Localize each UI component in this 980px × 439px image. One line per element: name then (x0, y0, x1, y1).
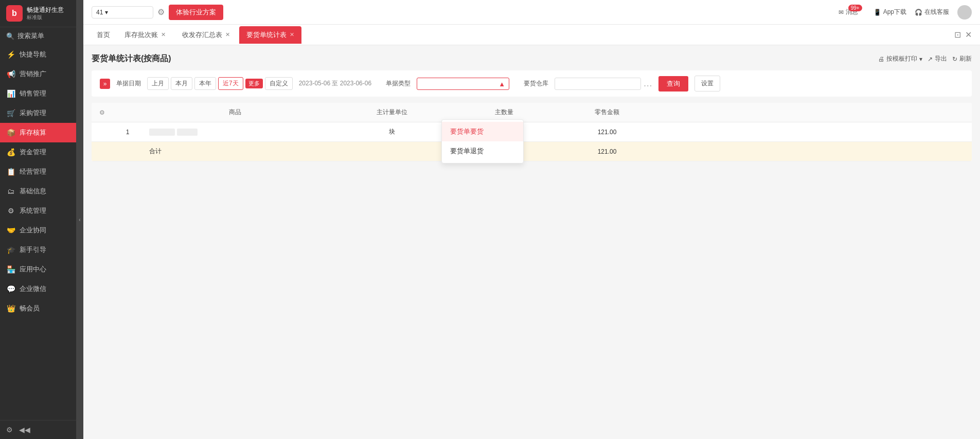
table-row: 1 块 11.00 (92, 122, 972, 142)
sidebar-item-purchase[interactable]: 🛒 采购管理 (0, 103, 76, 123)
sidebar-item-system[interactable]: ⚙ 系统管理 (0, 201, 76, 221)
table-settings-icon[interactable]: ⚙ (99, 109, 105, 116)
tab-receivable-summary[interactable]: 收发存汇总表 ✕ (175, 26, 237, 44)
store-number: 41 (96, 9, 103, 16)
close-tab-icon[interactable]: ✕ (965, 30, 972, 40)
summary-amount-col: 121.00 (551, 142, 663, 161)
sidebar-item-wechat[interactable]: 💬 企业微信 (0, 279, 76, 299)
page-header: 要货单统计表(按商品) 🖨 按模板打印 ▾ ↗ 导出 ↻ 刷新 (92, 53, 972, 64)
sidebar-item-appstore[interactable]: 🏪 应用中心 (0, 260, 76, 279)
warehouse-more-icon[interactable]: … (643, 78, 652, 89)
date-last-7-days[interactable]: 近7天 (218, 77, 243, 90)
type-dropdown-overlay: 要货单要货 要货单退货 (441, 119, 524, 163)
sidebar-logo-text-wrap: 畅捷通好生意 标准版 (27, 6, 64, 22)
tab-order-stats[interactable]: 要货单统计表 ✕ (239, 26, 301, 44)
settings-gear-icon[interactable]: ⚙ (157, 7, 165, 17)
sidebar-item-enterprise[interactable]: 🤝 企业协同 (0, 221, 76, 240)
td-product (143, 122, 327, 142)
filter-expand-button[interactable]: » (100, 79, 110, 89)
topbar: 41 ▾ ⚙ 体验行业方案 ✉ 消息 99+ 📱 App下载 🎧 在线客服 (83, 0, 980, 25)
dropdown-item-order-goods[interactable]: 要货单要货 (442, 122, 523, 141)
sidebar-item-label: 经营管理 (20, 167, 46, 176)
purchase-icon: 🛒 (6, 109, 15, 117)
th-index (112, 103, 143, 122)
user-avatar[interactable] (957, 5, 972, 20)
tab-batch-account-close[interactable]: ✕ (161, 31, 166, 38)
filter-bar: » 单据日期 上月 本月 本年 近7天 更多 自定义 2023-05-06 至 … (92, 70, 972, 97)
app-download-icon: 📱 (874, 9, 881, 16)
dropdown-item-order-return[interactable]: 要货单退货 (442, 141, 523, 161)
messages-button[interactable]: ✉ 消息 99+ (839, 8, 858, 16)
print-label: 按模板打印 (886, 54, 917, 63)
summary-settings-col (92, 142, 112, 161)
th-settings: ⚙ (92, 103, 112, 122)
sidebar-search[interactable]: 🔍 搜索菜单 (0, 27, 76, 45)
sidebar-item-inventory[interactable]: 📦 库存核算 (0, 123, 76, 142)
tab-batch-account-label: 库存批次账 (124, 30, 158, 40)
sidebar-logo: b 畅捷通好生意 标准版 (0, 0, 76, 27)
sidebar-item-guide[interactable]: 🎓 新手引导 (0, 240, 76, 260)
th-amount: 零售金额 (551, 103, 663, 122)
sales-icon: 📊 (6, 89, 15, 98)
sidebar-item-label: 库存核算 (20, 128, 46, 137)
tabs-bar: 首页 库存批次账 ✕ 收发存汇总表 ✕ 要货单统计表 ✕ ⊡ ✕ (83, 25, 980, 45)
type-filter-input[interactable] (417, 78, 509, 90)
tab-receivable-close[interactable]: ✕ (225, 31, 230, 38)
warehouse-filter-input[interactable] (555, 78, 641, 90)
appstore-icon: 🏪 (6, 265, 15, 273)
tab-order-stats-close[interactable]: ✕ (290, 31, 294, 38)
tab-receivable-label: 收发存汇总表 (182, 30, 222, 40)
type-dropdown-arrow[interactable]: ▲ (498, 80, 505, 87)
sidebar-item-quick-nav[interactable]: ⚡ 快捷导航 (0, 45, 76, 64)
maximize-icon[interactable]: ⊡ (954, 30, 961, 40)
th-product: 商品 (143, 103, 327, 122)
summary-label-col: 合计 (143, 142, 327, 161)
basic-icon: 🗂 (6, 187, 15, 195)
tab-order-stats-label: 要货单统计表 (246, 30, 287, 40)
sidebar-item-member[interactable]: 👑 畅会员 (0, 299, 76, 318)
td-extra (663, 122, 972, 142)
app-name: 畅捷通好生意 (27, 6, 64, 14)
date-more-tag[interactable]: 更多 (245, 79, 263, 88)
print-template-button[interactable]: 🖨 按模板打印 ▾ (878, 54, 922, 63)
date-this-month[interactable]: 本月 (171, 77, 192, 90)
sidebar-item-operation[interactable]: 📋 经营管理 (0, 162, 76, 181)
export-button[interactable]: ↗ 导出 (928, 54, 947, 63)
warehouse-filter-wrap: … (555, 78, 652, 90)
sidebar-item-marketing[interactable]: 📢 营销推广 (0, 64, 76, 84)
refresh-button[interactable]: ↻ 刷新 (952, 54, 972, 63)
date-this-year[interactable]: 本年 (194, 77, 216, 90)
page-content: 要货单统计表(按商品) 🖨 按模板打印 ▾ ↗ 导出 ↻ 刷新 (83, 45, 980, 439)
tab-batch-account[interactable]: 库存批次账 ✕ (117, 26, 173, 44)
promo-button[interactable]: 体验行业方案 (169, 5, 223, 20)
tab-home[interactable]: 首页 (92, 26, 115, 44)
print-icon: 🖨 (878, 56, 884, 63)
collapse-footer-icon[interactable]: ◀◀ (19, 426, 30, 434)
product-placeholder-2 (177, 129, 198, 136)
table-header-row: ⚙ 商品 主计量单位 主数量 零售金额 (92, 103, 972, 122)
app-download-button[interactable]: 📱 App下载 (874, 8, 906, 16)
tabs-right-actions: ⊡ ✕ (954, 30, 972, 40)
filter-settings-button[interactable]: 设置 (694, 76, 720, 92)
sidebar-item-basic[interactable]: 🗂 基础信息 (0, 181, 76, 201)
query-button[interactable]: 查询 (658, 76, 688, 92)
tab-home-label: 首页 (97, 30, 110, 40)
sidebar-item-label: 销售管理 (20, 89, 46, 98)
date-last-month[interactable]: 上月 (147, 77, 169, 90)
sidebar-item-label: 应用中心 (20, 265, 46, 274)
date-filter-label: 单据日期 (116, 79, 141, 88)
th-unit: 主计量单位 (327, 103, 457, 122)
app-download-label: App下载 (883, 8, 906, 16)
refresh-icon: ↻ (952, 56, 957, 63)
sidebar-collapse-handle[interactable]: ‹ (76, 0, 83, 439)
settings-footer-icon[interactable]: ⚙ (6, 426, 13, 434)
sidebar-item-sales[interactable]: 📊 销售管理 (0, 84, 76, 103)
online-service-button[interactable]: 🎧 在线客服 (915, 8, 949, 16)
sidebar-item-label: 系统管理 (20, 206, 46, 215)
sidebar-nav: ⚡ 快捷导航 📢 营销推广 📊 销售管理 🛒 采购管理 📦 库存核算 💰 资金管… (0, 45, 76, 420)
store-selector[interactable]: 41 ▾ (92, 6, 153, 19)
date-custom[interactable]: 自定义 (265, 77, 293, 90)
summary-row: 合计 11.00 121.00 (92, 142, 972, 161)
enterprise-icon: 🤝 (6, 226, 15, 234)
sidebar-item-finance[interactable]: 💰 资金管理 (0, 142, 76, 162)
